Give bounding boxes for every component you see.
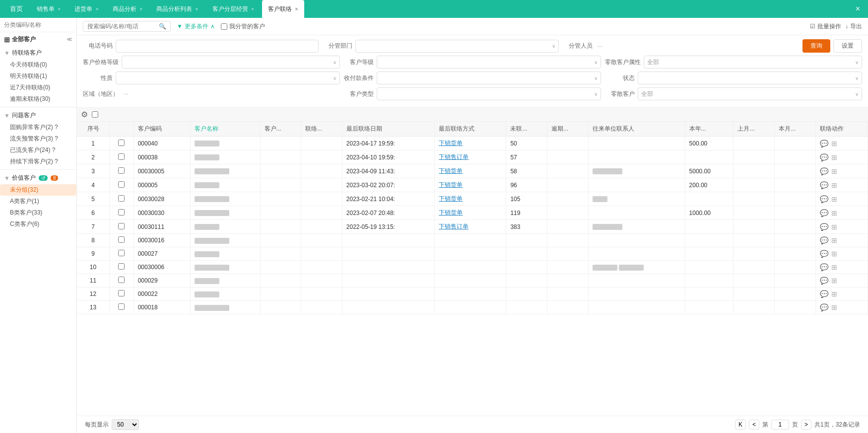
sidebar-item-overdue[interactable]: 逾期未联络(30) — [0, 93, 76, 105]
sidebar-item-week[interactable]: 近7天待联络(0) — [0, 82, 76, 93]
close-icon[interactable]: × — [251, 6, 254, 12]
first-page-button[interactable]: K — [735, 420, 746, 430]
grid-icon[interactable]: ⊞ — [831, 223, 837, 231]
row-checkbox[interactable] — [118, 223, 125, 229]
phone-input[interactable] — [116, 40, 319, 53]
row-checkbox[interactable] — [118, 167, 125, 174]
prev-page-button[interactable]: < — [749, 420, 759, 430]
more-filters-button[interactable]: ▼ 更多条件 ∧ — [177, 22, 215, 31]
message-icon[interactable]: 💬 — [820, 236, 828, 244]
nature-select[interactable]: ∨ — [116, 72, 340, 84]
grid-icon[interactable]: ⊞ — [831, 303, 837, 311]
row-checkbox[interactable] — [118, 140, 125, 146]
row-checkbox[interactable] — [118, 303, 125, 310]
row-checkbox[interactable] — [118, 250, 125, 256]
row-checkbox[interactable] — [118, 236, 125, 243]
window-close-button[interactable]: × — [852, 4, 864, 13]
contact-type-link[interactable]: 下销货单 — [439, 209, 463, 216]
retail-attr-select[interactable]: 全部 ∨ — [644, 56, 862, 69]
row-checkbox[interactable] — [118, 181, 125, 188]
problem-customer-group[interactable]: ▼ 问题客户 — [0, 109, 76, 122]
contact-type-link[interactable]: 下销售订单 — [439, 153, 468, 160]
dept-select[interactable]: ∨ — [355, 40, 558, 53]
search-input[interactable] — [87, 23, 157, 30]
category-search-input[interactable] — [4, 21, 77, 28]
page-size-select[interactable]: 50 100 200 — [112, 419, 139, 430]
select-all-checkbox[interactable] — [92, 111, 98, 118]
value-customer-group[interactable]: ▼ 价值客户 ↺ 8 — [0, 172, 76, 184]
grid-icon[interactable]: ⊞ — [831, 277, 837, 285]
grid-icon[interactable]: ⊞ — [831, 195, 837, 203]
close-icon[interactable]: × — [58, 6, 61, 12]
next-page-button[interactable]: > — [801, 420, 811, 430]
grid-icon[interactable]: ⊞ — [831, 250, 837, 258]
tab-sales[interactable]: 销售单 × — [31, 0, 67, 18]
tab-analysis-list[interactable]: 商品分析列表 × — [150, 0, 204, 18]
row-checkbox[interactable] — [118, 290, 125, 296]
message-icon[interactable]: 💬 — [820, 209, 828, 217]
retail-select[interactable]: 全部 ∨ — [638, 87, 862, 100]
sidebar-item-today[interactable]: 今天待联络(0) — [0, 59, 76, 71]
manager-dots-btn[interactable]: ··· — [596, 43, 604, 50]
message-icon[interactable]: 💬 — [820, 290, 828, 298]
sidebar-item-declining[interactable]: 持续下滑客户(2) ? — [0, 156, 76, 167]
sidebar-item-lost[interactable]: 已流失客户(24) ? — [0, 144, 76, 156]
contact-type-link[interactable]: 下销售订单 — [439, 223, 468, 230]
grid-icon[interactable]: ⊞ — [831, 181, 837, 189]
message-icon[interactable]: 💬 — [820, 167, 828, 175]
payment-select[interactable]: ∨ — [377, 72, 601, 84]
sidebar-item-class-c[interactable]: C类客户(6) — [0, 218, 76, 230]
contact-type-link[interactable]: 下销货单 — [439, 195, 463, 202]
my-customers-checkbox[interactable] — [221, 23, 227, 30]
tab-customer-contact[interactable]: 客户联络 × — [262, 0, 304, 18]
message-icon[interactable]: 💬 — [820, 153, 828, 161]
row-checkbox[interactable] — [118, 195, 125, 202]
region-dots-btn[interactable]: ··· — [122, 90, 131, 97]
query-button[interactable]: 查询 — [802, 39, 830, 53]
sidebar-item-tomorrow[interactable]: 明天待联络(1) — [0, 71, 76, 82]
sidebar-item-churn[interactable]: 流失预警客户(3) ? — [0, 133, 76, 144]
batch-op-button[interactable]: ☑ 批量操作 — [810, 22, 841, 31]
sidebar-item-class-b[interactable]: B类客户(33) — [0, 207, 76, 218]
message-icon[interactable]: 💬 — [820, 277, 828, 285]
grid-icon[interactable]: ⊞ — [831, 140, 837, 147]
gear-icon[interactable]: ⚙ — [81, 110, 88, 119]
close-icon[interactable]: × — [295, 6, 298, 12]
message-icon[interactable]: 💬 — [820, 181, 828, 189]
pending-contact-group[interactable]: ▼ 待联络客户 — [0, 47, 76, 59]
row-checkbox[interactable] — [118, 153, 125, 160]
sidebar-item-class-a[interactable]: A类客户(1) — [0, 196, 76, 207]
close-icon[interactable]: × — [195, 6, 198, 12]
grid-icon[interactable]: ⊞ — [831, 263, 837, 271]
tab-analysis[interactable]: 商品分析 × — [107, 0, 148, 18]
grid-icon[interactable]: ⊞ — [831, 153, 837, 161]
sidebar-item-unclassified[interactable]: 未分组(32) — [0, 184, 76, 196]
contact-type-link[interactable]: 下销货单 — [439, 167, 463, 174]
message-icon[interactable]: 💬 — [820, 140, 828, 147]
all-customers-header[interactable]: ⊞ 全部客户 ≪ — [0, 32, 76, 47]
home-nav-item[interactable]: 首页 — [4, 0, 29, 18]
message-icon[interactable]: 💬 — [820, 223, 828, 231]
row-checkbox[interactable] — [118, 209, 125, 216]
message-icon[interactable]: 💬 — [820, 303, 828, 311]
customer-level-select[interactable]: ∨ — [377, 56, 601, 69]
price-level-select[interactable]: ∨ — [122, 56, 340, 69]
contact-type-link[interactable]: 下销货单 — [439, 140, 463, 146]
message-icon[interactable]: 💬 — [820, 263, 828, 271]
page-number-input[interactable] — [771, 420, 789, 430]
status-select[interactable]: ∨ — [638, 72, 862, 84]
tab-customer-segment[interactable]: 客户分层经营 × — [206, 0, 260, 18]
tab-purchase[interactable]: 进货单 × — [68, 0, 104, 18]
reset-button[interactable]: 设置 — [833, 39, 862, 53]
message-icon[interactable]: 💬 — [820, 195, 828, 203]
message-icon[interactable]: 💬 — [820, 250, 828, 258]
close-icon[interactable]: × — [95, 6, 98, 12]
close-icon[interactable]: × — [139, 6, 142, 12]
grid-icon[interactable]: ⊞ — [831, 236, 837, 244]
customer-type-select[interactable]: ∨ — [377, 87, 601, 100]
sidebar-item-abnormal[interactable]: 固购异常客户(2) ? — [0, 122, 76, 133]
row-checkbox[interactable] — [118, 263, 125, 270]
row-checkbox[interactable] — [118, 277, 125, 283]
grid-icon[interactable]: ⊞ — [831, 290, 837, 298]
export-button[interactable]: ↓ 导出 — [845, 22, 862, 31]
